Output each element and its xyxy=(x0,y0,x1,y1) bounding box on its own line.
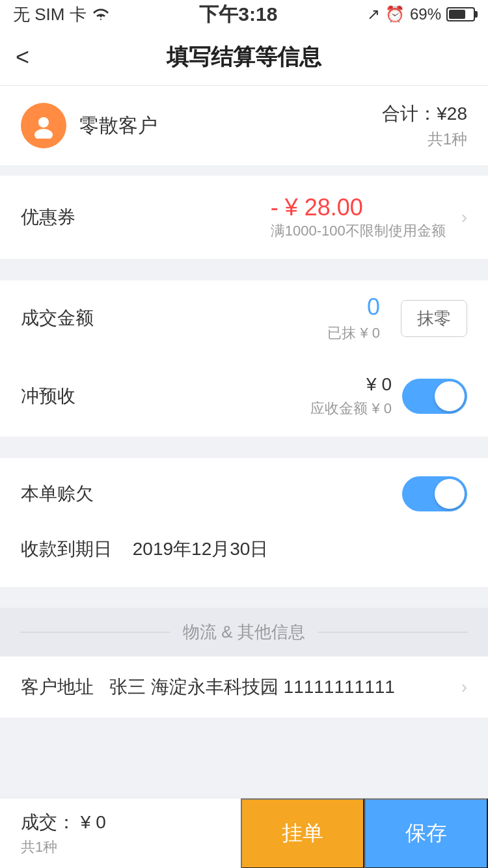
deal-amount-right: 已抹 ¥ 0 抹零 xyxy=(302,293,467,343)
section-divider-1 xyxy=(0,270,488,280)
coupon-value: - ¥ 28.00 满1000-100不限制使用金额 xyxy=(271,194,446,241)
address-label: 客户地址 xyxy=(21,675,94,699)
logistics-title: 物流 & 其他信息 xyxy=(21,621,467,644)
back-button[interactable]: < xyxy=(16,44,29,71)
coupon-amount: - ¥ 28.00 xyxy=(271,194,446,221)
battery-icon xyxy=(446,7,475,21)
alarm-icon: ⏰ xyxy=(385,5,405,23)
prepayment-value: ¥ 0 xyxy=(310,374,392,395)
location-icon: ↗ xyxy=(367,5,380,23)
status-time: 下午3:18 xyxy=(199,1,277,28)
logistics-header: 物流 & 其他信息 xyxy=(0,608,488,657)
chevron-right-icon: › xyxy=(461,207,467,228)
bottom-deal-label: 成交： xyxy=(21,812,75,832)
deal-amount-input[interactable] xyxy=(302,293,380,321)
deal-amount-sub: 已抹 ¥ 0 xyxy=(302,323,380,343)
credit-row: 本单赊欠 xyxy=(0,458,488,530)
sim-status: 无 SIM 卡 xyxy=(13,3,87,26)
status-left: 无 SIM 卡 xyxy=(13,3,110,26)
round-zero-button[interactable]: 抹零 xyxy=(401,300,467,337)
customer-right: 合计：¥28 共1种 xyxy=(382,102,467,150)
address-chevron-icon: › xyxy=(461,677,467,698)
prepayment-right: ¥ 0 应收金额 ¥ 0 xyxy=(310,374,467,418)
deal-amount-value-wrap: 已抹 ¥ 0 xyxy=(302,293,380,343)
credit-label: 本单赊欠 xyxy=(21,481,94,506)
deal-amount-row: 成交金额 已抹 ¥ 0 抹零 xyxy=(0,280,488,356)
bottom-count: 共1种 xyxy=(21,837,220,857)
avatar xyxy=(21,103,66,148)
prepayment-sub: 应收金额 ¥ 0 xyxy=(310,399,392,418)
customer-left: 零散客户 xyxy=(21,103,157,148)
battery-percent: 69% xyxy=(410,5,441,23)
wifi-icon xyxy=(92,5,110,25)
prepayment-value-wrap: ¥ 0 应收金额 ¥ 0 xyxy=(310,374,392,418)
credit-toggle[interactable] xyxy=(402,476,467,511)
deal-amount-label: 成交金额 xyxy=(21,306,94,331)
status-bar: 无 SIM 卡 下午3:18 ↗ ⏰ 69% xyxy=(0,0,488,29)
prepayment-row: 冲预收 ¥ 0 应收金额 ¥ 0 xyxy=(0,356,488,437)
status-right: ↗ ⏰ 69% xyxy=(367,5,475,23)
coupon-right: - ¥ 28.00 满1000-100不限制使用金额 › xyxy=(271,194,467,241)
coupon-row[interactable]: 优惠券 - ¥ 28.00 满1000-100不限制使用金额 › xyxy=(0,176,488,260)
coupon-label: 优惠券 xyxy=(21,205,75,230)
prepayment-toggle[interactable] xyxy=(402,379,467,414)
section-divider-2 xyxy=(0,448,488,458)
address-value: 张三 海淀永丰科技园 11111111111 xyxy=(109,675,456,699)
toggle-knob xyxy=(435,381,465,411)
bottom-summary: 成交： ¥ 0 共1种 xyxy=(0,810,241,857)
customer-name: 零散客户 xyxy=(79,113,157,139)
content-area: 零散客户 合计：¥28 共1种 优惠券 - ¥ 28.00 满1000-100不… xyxy=(0,86,488,806)
nav-bar: < 填写结算等信息 xyxy=(0,29,488,86)
section-divider-3 xyxy=(0,597,488,608)
prepayment-label: 冲预收 xyxy=(21,384,75,409)
coupon-desc: 满1000-100不限制使用金额 xyxy=(271,221,446,241)
save-button[interactable]: 保存 xyxy=(364,798,488,869)
page-title: 填写结算等信息 xyxy=(167,42,321,72)
due-date-value: 2019年12月30日 xyxy=(133,539,269,559)
pending-button[interactable]: 挂单 xyxy=(241,798,364,869)
due-date-label: 收款到期日 2019年12月30日 xyxy=(21,537,268,562)
due-date-row: 收款到期日 2019年12月30日 xyxy=(0,530,488,587)
address-section[interactable]: 客户地址 张三 海淀永丰科技园 11111111111 › xyxy=(0,657,488,718)
total-price: 合计：¥28 xyxy=(382,102,467,126)
coupon-section[interactable]: 优惠券 - ¥ 28.00 满1000-100不限制使用金额 › xyxy=(0,176,488,260)
address-row[interactable]: 客户地址 张三 海淀永丰科技园 11111111111 › xyxy=(0,657,488,718)
credit-section: 本单赊欠 收款到期日 2019年12月30日 xyxy=(0,458,488,587)
bottom-deal: 成交： ¥ 0 xyxy=(21,810,220,835)
svg-point-1 xyxy=(34,129,53,139)
bottom-deal-value: ¥ 0 xyxy=(81,812,106,832)
svg-point-0 xyxy=(38,117,49,128)
bottom-bar: 成交： ¥ 0 共1种 挂单 保存 xyxy=(0,798,488,868)
credit-right xyxy=(402,476,467,511)
deal-amount-section: 成交金额 已抹 ¥ 0 抹零 冲预收 ¥ 0 应收金额 ¥ 0 xyxy=(0,280,488,437)
credit-toggle-knob xyxy=(435,479,465,509)
total-count: 共1种 xyxy=(382,129,467,150)
customer-section: 零散客户 合计：¥28 共1种 xyxy=(0,86,488,165)
